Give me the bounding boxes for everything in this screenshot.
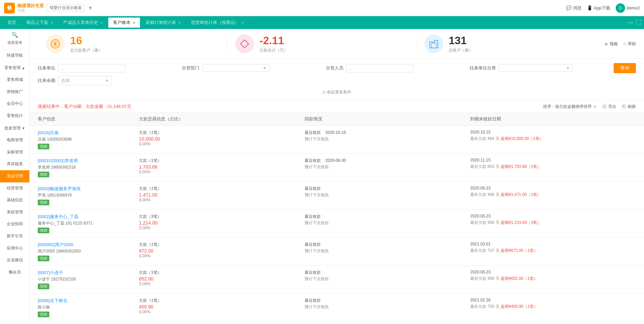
purchase-mgmt-label: 采购管理 xyxy=(7,150,23,154)
sidebar-item-wechat[interactable]: 企业微信 xyxy=(0,254,29,266)
stat-icon-1: ¥ xyxy=(46,34,65,53)
customer-name-1[interactable]: [0016]吕俊 xyxy=(38,130,59,135)
debt-amount-4: 1,214.00 xyxy=(139,220,305,226)
overdue-amount-3[interactable]: 超期¥1,471.00（1笔） xyxy=(501,192,541,197)
last-recovery-4: 最近收款 xyxy=(305,214,470,219)
sidebar-item-ecommerce[interactable]: 电商管理 xyxy=(0,134,29,146)
overdue-amount-6[interactable]: 超期¥652.00（1笔） xyxy=(501,276,538,281)
retail-mall-label: 零售商城 xyxy=(7,77,23,82)
sidebar-item-batch-mgmt[interactable]: 批发管理 ▼ xyxy=(0,122,29,135)
table-row: [0007]小进干 小进干 18279152100 现销 欠款（1笔） 652.… xyxy=(30,266,644,294)
help-action[interactable]: ⊙ 帮助 xyxy=(623,41,636,47)
result-bar: 搜索结果中，客户16家 欠款金额 -21,148.07元 排序：按欠款金额倒序排… xyxy=(30,101,644,113)
debt-amount-3: 1,471.00 xyxy=(139,192,305,198)
tab-home[interactable]: 首页 xyxy=(3,18,21,28)
debt-info-2: 欠款（1笔） 1,703.68 0.00% xyxy=(139,158,305,174)
tab-purchase-stats[interactable]: 进货单统计表（按商品） ✕ xyxy=(186,18,249,28)
sidebar-item-app-center[interactable]: 应用中心 xyxy=(0,242,29,255)
sidebar-item-basic-info[interactable]: 基础信息 xyxy=(0,194,29,206)
tab-purchase-stats-label: 进货单统计表（按商品） xyxy=(191,20,239,26)
export-label: 导出 xyxy=(608,104,616,110)
sidebar-item-member[interactable]: 会员中心 xyxy=(0,98,29,110)
refresh-button[interactable]: ↻ 刷新 xyxy=(622,104,636,110)
tab-purchase-stats-close[interactable]: ✕ xyxy=(241,21,244,25)
customer-info-1: [0016]吕俊 吕俊 13026203696 现销 xyxy=(38,130,139,149)
batch-mgmt-arrow: ▼ xyxy=(22,126,25,130)
next-recovery-4: 预计下次收款 xyxy=(305,220,470,226)
balance-select[interactable]: 选择... ▼ xyxy=(58,76,112,85)
sidebar-item-quick-nav[interactable]: 快捷导航 xyxy=(0,50,29,62)
tab-purchase-order-close[interactable]: ✕ xyxy=(178,21,181,25)
sidebar-item-retail-mall[interactable]: 零售商城 xyxy=(0,74,29,86)
batch-mgmt-label: 批发管理 xyxy=(4,126,21,131)
customer-name-5[interactable]: [000002]用户2050 xyxy=(38,242,74,247)
user-action[interactable]: D demo2 xyxy=(616,3,640,13)
stat-1-label: 总欠款客户（家） xyxy=(70,48,103,53)
sidebar-item-new-guide[interactable]: 新手引导 xyxy=(0,230,29,242)
overdue-amount-7[interactable]: 超期¥455.90（1笔） xyxy=(501,304,538,309)
sidebar-item-retail-mgmt[interactable]: 零售管理 ▲ xyxy=(0,62,29,74)
video-action[interactable]: ▶ 视频 xyxy=(605,41,618,47)
sidebar-item-inventory[interactable]: 库存核算 xyxy=(0,158,29,170)
sidebar-item-marketing[interactable]: 营销推广 xyxy=(0,86,29,98)
app-download-action[interactable]: 📱 App下载 xyxy=(587,5,610,11)
tab-purchase-order[interactable]: 采购订单统计表 ✕ xyxy=(141,18,186,28)
debt-percent-4: 0.00% xyxy=(139,226,305,230)
tab-product-off-close[interactable]: ✕ xyxy=(50,21,53,25)
customer-info-2: [0001020001]李老师 李老师 18600391516 现销 xyxy=(38,158,139,177)
unit-class-select[interactable]: ▼ xyxy=(499,64,573,72)
sidebar-item-system[interactable]: 系统管理 xyxy=(0,206,29,218)
sidebar-search-area[interactable]: 🔍 搜索菜单 xyxy=(0,29,29,50)
customer-name-3[interactable]: [0003]畅捷服务尹海燕 xyxy=(38,186,81,191)
overdue-amount-2[interactable]: 超期¥1,703.68（1笔） xyxy=(501,164,541,169)
message-action[interactable]: 💬 消息 xyxy=(566,5,582,11)
overdue-amount-1[interactable]: 超期¥10,000.00（1笔） xyxy=(501,136,543,141)
debt-info-text-4: 欠款（3笔） xyxy=(139,214,305,219)
due-1: 2020.10.15 最长欠款 884 天 超期¥10,000.00（1笔） xyxy=(470,130,636,142)
app-label: App下载 xyxy=(594,5,610,11)
table-row: [000002]用户2050 用户2050 18665062050 现销 欠款（… xyxy=(30,238,644,266)
sidebar-item-ops[interactable]: 经营管理 xyxy=(0,182,29,195)
result-info: 搜索结果中，客户16家 欠款金额 -21,148.07元 xyxy=(38,104,131,110)
due-date-4: 2020.06.23 xyxy=(470,214,636,218)
sidebar-search-label[interactable]: 搜索菜单 xyxy=(1,39,28,47)
stat-2-value: -2.11 xyxy=(259,34,288,47)
store-selector[interactable]: 母婴行业演示账套 xyxy=(47,4,85,12)
tab-product-history-close[interactable]: ✕ xyxy=(100,21,103,25)
tab-product-off[interactable]: 商品上下架 ✕ xyxy=(22,18,58,28)
customer-tag-1: 现销 xyxy=(38,144,49,149)
store-dropdown-icon[interactable]: ▼ xyxy=(88,5,93,11)
overdue-amount-4[interactable]: 超期¥1,214.00（3笔） xyxy=(501,220,541,225)
sidebar-item-retail-stats[interactable]: 零售统计 xyxy=(0,110,29,122)
stat-card-2: -2.11 欠款合计（万） xyxy=(227,34,416,53)
tab-customer-account[interactable]: 客户账本 ✕ xyxy=(108,18,140,28)
sort-button[interactable]: 排序：按欠款金额倒序排序 ▼ xyxy=(543,104,597,110)
filter-row-1: 往来单位 ... 分管部门 ▼ 分管人员 . xyxy=(38,63,636,73)
export-button[interactable]: ⊙ 导出 xyxy=(602,104,616,110)
sidebar-item-enterprise[interactable]: 企业协同 xyxy=(0,218,29,230)
customer-name-6[interactable]: [0007]小进干 xyxy=(38,270,63,275)
collapse-button[interactable]: ⋀ 收起更多条件 xyxy=(38,88,636,96)
source-unit-dots: ... xyxy=(61,66,122,71)
query-button[interactable]: 查询 xyxy=(614,63,636,73)
help-icon: ⊙ xyxy=(623,41,626,46)
sidebar-item-purchase-mgmt[interactable]: 采购管理 xyxy=(0,146,29,158)
tab-minimize-icon[interactable]: — xyxy=(628,20,633,26)
stat-icon-2 xyxy=(235,34,254,53)
person-input-wrap[interactable]: ... xyxy=(346,64,414,72)
sidebar-item-vip[interactable]: 畅会员 xyxy=(0,266,29,278)
dept-select[interactable]: ▼ xyxy=(202,64,270,72)
customer-name-4[interactable]: [0002]服务中心_丁磊 xyxy=(38,214,79,219)
customer-name-2[interactable]: [0001020001]李老师 xyxy=(38,158,78,163)
tab-maximize-icon[interactable]: ⛶ xyxy=(636,20,641,26)
overdue-amount-5[interactable]: 超期¥672.00（1笔） xyxy=(501,248,538,253)
message-label: 消息 xyxy=(573,5,582,11)
customer-name-7[interactable]: [0006]去下粮仓 xyxy=(38,298,67,303)
logo-area: 畅 畅捷通好生意 示范 母婴行业演示账套 ▼ xyxy=(4,3,93,13)
recovery-3: 最近收款 预计下次收款 xyxy=(305,186,470,198)
customer-tag-7: 现销 xyxy=(38,312,49,317)
tab-customer-account-close[interactable]: ✕ xyxy=(133,21,135,25)
source-unit-input-wrap[interactable]: ... xyxy=(58,64,125,72)
tab-product-history[interactable]: 产成品入库单历史 ✕ xyxy=(58,18,108,28)
sidebar-item-finance[interactable]: 资金管理 xyxy=(0,170,29,182)
